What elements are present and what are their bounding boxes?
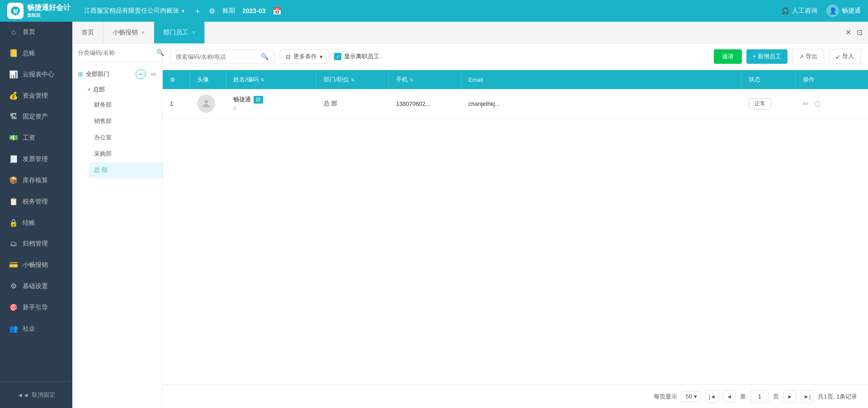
close-tab-button[interactable]: ✕ (845, 28, 851, 37)
td-index: 1 (163, 89, 190, 118)
dept-finance[interactable]: 财务部 (89, 97, 162, 113)
th-avatar: 头像 (190, 70, 226, 89)
sidebar-item-fixed-assets[interactable]: 🏗 固定资产 (0, 106, 72, 127)
sidebar-item-label: 小畅报销 (23, 261, 48, 269)
sidebar-item-label: 工资 (23, 134, 35, 142)
dept-purchase[interactable]: 采购部 (89, 146, 162, 161)
filter-chevron-icon: ▾ (320, 53, 323, 60)
total-label: 共1页, 1条记录 (818, 393, 857, 401)
th-settings[interactable]: ⚙ (163, 70, 190, 89)
dept-panel: 🔍 ⊞ 全部部门 ✏ ≪ ▼ 总部 财 (72, 43, 163, 408)
td-actions: ✏ ⬡ (796, 89, 868, 118)
import-label: 导入 (842, 52, 854, 61)
dept-root-all[interactable]: ⊞ 全部部门 ✏ ≪ (72, 66, 162, 83)
dept-children: ▼ 总部 财务部 销售部 办公室 采购部 总 部 (81, 83, 162, 178)
dept-general-label: 总部 (93, 85, 105, 94)
invite-label: 邀请 (722, 53, 734, 60)
settings-icon[interactable]: ⚙ (209, 7, 215, 15)
sidebar-item-invoice[interactable]: 🧾 发票管理 (0, 148, 72, 170)
show-resigned-toggle[interactable]: ✓ 显示离职员工 (334, 52, 379, 61)
add-tab-button[interactable]: ＋ (193, 5, 202, 16)
salary-icon: 💵 (9, 133, 18, 142)
sidebar-item-more[interactable]: 👥 社企 (0, 318, 72, 339)
employee-toolbar: 🔍 ⊟ 更多条件 ▾ ✓ 显示离职员工 邀请 (163, 43, 868, 70)
period-label: 账期 (222, 7, 235, 15)
show-resigned-label: 显示离职员工 (344, 52, 379, 61)
guide-icon: 🎯 (9, 303, 18, 312)
th-status: 状态 (741, 70, 796, 89)
employee-search-icon[interactable]: 🔍 (261, 53, 269, 60)
sidebar-item-general-ledger[interactable]: 📒 总账 (0, 43, 72, 64)
th-dept-position[interactable]: 部门/职位 ⇅ (316, 70, 389, 89)
per-page-label: 每页显示 (654, 393, 677, 401)
tab-dept-close[interactable]: × (192, 29, 195, 36)
sidebar-item-guide[interactable]: 🎯 新手引导 (0, 297, 72, 318)
dept-collapse-icon[interactable]: ≪ (150, 71, 157, 78)
more-filter-button[interactable]: ⊟ 更多条件 ▾ (280, 49, 329, 64)
tab-home[interactable]: 首页 (72, 22, 104, 43)
page-input[interactable] (750, 390, 769, 403)
user-avatar: 👤 (826, 5, 839, 17)
maximize-button[interactable]: ⊡ (857, 28, 863, 37)
dept-general[interactable]: ▼ 总部 (81, 83, 162, 96)
dept-tree: ⊞ 全部部门 ✏ ≪ ▼ 总部 财务部 销售部 办公室 (72, 62, 162, 408)
import-icon: ↙ (835, 53, 840, 60)
add-employee-button[interactable]: + 新增员工 (746, 49, 788, 64)
archive-icon: 🗂 (9, 240, 18, 248)
import-button[interactable]: ↙ 导入 (829, 49, 861, 64)
td-dept: 总 部 (316, 89, 389, 118)
per-page-value: 50 (686, 393, 692, 400)
sidebar-item-label: 结账 (23, 219, 35, 227)
invite-button[interactable]: 邀请 (714, 49, 742, 64)
page-next-button[interactable]: ► (783, 390, 796, 403)
sidebar-item-tax[interactable]: 📋 税务管理 (0, 191, 72, 212)
page-prev-button[interactable]: ◄ (723, 390, 736, 403)
sidebar-item-label: 资金管理 (23, 92, 48, 100)
sidebar-item-inventory[interactable]: 📦 库存核算 (0, 170, 72, 191)
sidebar-item-basic-settings[interactable]: ⚙ 基础设置 (0, 275, 72, 297)
inventory-icon: 📦 (9, 176, 18, 185)
dept-sales[interactable]: 销售部 (89, 114, 162, 129)
dept-grid-icon: ⊞ (78, 71, 83, 78)
dept-search-input[interactable] (78, 49, 154, 56)
content-area: 首页 小畅报销 × 部门员工 × ✕ ⊡ 🔍 (72, 22, 868, 408)
th-name-code[interactable]: 姓名/编码 ⇅ (226, 70, 316, 89)
sidebar-item-funds[interactable]: 💰 资金管理 (0, 85, 72, 106)
sidebar-item-salary[interactable]: 💵 工资 (0, 127, 72, 148)
ledger-icon: 📒 (9, 49, 18, 57)
sidebar-item-reports[interactable]: 📊 云报表中心 (0, 64, 72, 85)
tab-xiaochang-close[interactable]: × (142, 29, 145, 36)
page-first-button[interactable]: |◄ (706, 390, 718, 403)
sidebar-item-closing[interactable]: 🔒 结账 (0, 212, 72, 233)
export-button[interactable]: ↗ 导出 (792, 49, 824, 64)
dept-edit-icon[interactable]: ✏ (136, 69, 146, 79)
status-badge: 正常 (749, 98, 771, 109)
sidebar-item-home[interactable]: ⌂ 首页 (0, 22, 72, 43)
user-info[interactable]: 👤 畅捷通 (826, 5, 861, 17)
cancel-fixed-button[interactable]: ◄◄ 取消固定 (0, 386, 72, 403)
edit-button[interactable]: ✏ (803, 100, 809, 108)
toolbar-right: 邀请 + 新增员工 ↗ 导出 ↙ 导入 (714, 49, 861, 64)
tab-dept-employee[interactable]: 部门员工 × (154, 22, 205, 43)
th-phone[interactable]: 手机 ⇅ (389, 70, 461, 89)
dept-office[interactable]: 办公室 (89, 130, 162, 145)
company-dropdown-icon: ▾ (182, 8, 184, 14)
logout-button[interactable]: ⬡ (814, 100, 821, 108)
th-email-label: Email (468, 76, 483, 83)
dept-headquarters[interactable]: 总 部 (89, 162, 162, 178)
sidebar-item-xiaochang[interactable]: 💳 小畅报销 (0, 254, 72, 275)
company-selector[interactable]: 江西服宝精品有限责任公司内账张 ▾ (84, 7, 184, 15)
add-employee-label: + 新增员工 (753, 52, 781, 61)
show-resigned-checkbox[interactable]: ✓ (334, 53, 341, 60)
table-settings-icon[interactable]: ⚙ (170, 76, 175, 83)
tab-xiaochang-expense[interactable]: 小畅报销 × (104, 22, 154, 43)
per-page-select[interactable]: 50 ▾ (682, 391, 701, 402)
sidebar-item-archive[interactable]: 🗂 归档管理 (0, 233, 72, 254)
employee-search-input[interactable] (176, 53, 257, 60)
sidebar-item-label: 归档管理 (23, 240, 48, 248)
page-last-button[interactable]: ►| (801, 390, 813, 403)
calendar-icon[interactable]: 📅 (273, 7, 282, 15)
logo-text: 畅捷通好会计 旗舰版 (27, 3, 71, 18)
support-button[interactable]: 🎧 人工咨询 (782, 7, 817, 15)
sidebar-item-label: 总账 (23, 49, 35, 57)
